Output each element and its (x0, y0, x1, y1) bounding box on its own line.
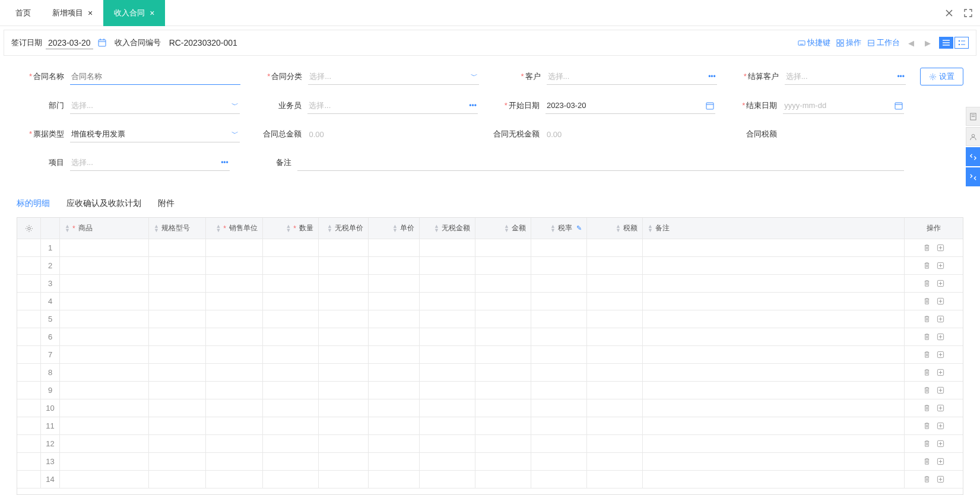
cell-spec[interactable] (149, 257, 206, 274)
cell-product[interactable] (60, 328, 149, 345)
remark-input[interactable] (297, 154, 904, 171)
tab-income-contract[interactable]: 收入合同 × (103, 0, 165, 26)
cell-price[interactable] (369, 275, 420, 292)
th-unit[interactable]: ▲▼*销售单位 (206, 218, 263, 239)
cell-note[interactable] (643, 453, 905, 470)
invoice-type-select[interactable]: 增值税专用发票 ﹀ (70, 126, 240, 142)
th-spec[interactable]: ▲▼规格型号 (149, 218, 206, 239)
cell-notax-amount[interactable] (420, 399, 475, 417)
cell-notax-price[interactable] (319, 257, 369, 274)
cell-rate[interactable] (531, 346, 587, 363)
table-row[interactable]: 9 (17, 382, 963, 399)
cell-unit[interactable] (206, 310, 263, 328)
view-list-button[interactable] (939, 37, 953, 49)
cell-qty[interactable] (263, 239, 319, 256)
th-product[interactable]: ▲▼*商品 (60, 218, 149, 239)
cell-unit[interactable] (206, 399, 263, 417)
salesman-select[interactable]: 选择... ••• (307, 97, 477, 114)
cell-notax-amount[interactable] (420, 346, 475, 363)
delete-row-icon[interactable] (923, 262, 931, 269)
sort-icon[interactable]: ▲▼ (286, 224, 291, 233)
cell-note[interactable] (643, 399, 905, 417)
cell-tax[interactable] (587, 382, 643, 399)
cell-notax-amount[interactable] (420, 328, 475, 345)
cell-notax-price[interactable] (319, 293, 369, 310)
tab-new-project[interactable]: 新增项目 × (42, 0, 103, 26)
cell-rate[interactable] (531, 275, 587, 292)
cell-notax-price[interactable] (319, 471, 369, 488)
cell-product[interactable] (60, 453, 149, 470)
table-row[interactable]: 6 (17, 328, 963, 346)
cell-amount[interactable] (475, 471, 531, 488)
cell-note[interactable] (643, 417, 905, 434)
sort-icon[interactable]: ▲▼ (504, 224, 509, 233)
sort-icon[interactable]: ▲▼ (65, 224, 70, 233)
cell-notax-amount[interactable] (420, 257, 475, 274)
delete-row-icon[interactable] (923, 475, 931, 483)
cell-notax-price[interactable] (319, 364, 369, 381)
th-notax-amount[interactable]: ▲▼无税金额 (420, 218, 475, 239)
cell-amount[interactable] (475, 382, 531, 399)
contract-class-select[interactable]: 选择... ﹀ (308, 68, 478, 85)
cell-product[interactable] (60, 293, 149, 310)
cell-product[interactable] (60, 382, 149, 399)
add-row-icon[interactable] (937, 315, 944, 323)
cell-spec[interactable] (149, 417, 206, 434)
cell-price[interactable] (369, 293, 420, 310)
add-row-icon[interactable] (937, 458, 944, 465)
add-row-icon[interactable] (937, 297, 944, 305)
cell-notax-price[interactable] (319, 310, 369, 328)
end-date-input[interactable]: yyyy-mm-dd (783, 97, 904, 114)
th-notax-price[interactable]: ▲▼无税单价 (319, 218, 369, 239)
settings-button[interactable]: 设置 (920, 68, 963, 85)
add-row-icon[interactable] (937, 280, 944, 287)
cell-price[interactable] (369, 417, 420, 434)
cell-tax[interactable] (587, 328, 643, 345)
cell-rate[interactable] (531, 293, 587, 310)
close-all-icon[interactable] (942, 6, 956, 20)
workbench-link[interactable]: 工作台 (867, 37, 900, 48)
table-row[interactable]: 4 (17, 293, 963, 310)
table-row[interactable]: 10 (17, 399, 963, 417)
cell-amount[interactable] (475, 239, 531, 256)
close-icon[interactable]: × (88, 8, 93, 18)
delete-row-icon[interactable] (923, 440, 931, 448)
inner-tab-attach[interactable]: 附件 (158, 193, 175, 214)
cell-unit[interactable] (206, 239, 263, 256)
cell-note[interactable] (643, 364, 905, 381)
customer-select[interactable]: 选择... ••• (547, 68, 717, 85)
cell-unit[interactable] (206, 417, 263, 434)
cell-product[interactable] (60, 364, 149, 381)
cell-unit[interactable] (206, 293, 263, 310)
cell-amount[interactable] (475, 310, 531, 328)
cell-rate[interactable] (531, 399, 587, 417)
th-note[interactable]: ▲▼备注 (643, 218, 905, 239)
cell-note[interactable] (643, 310, 905, 328)
sort-icon[interactable]: ▲▼ (392, 224, 398, 233)
cell-notax-price[interactable] (319, 399, 369, 417)
cell-rate[interactable] (531, 364, 587, 381)
cell-rate[interactable] (531, 417, 587, 434)
cell-rate[interactable] (531, 471, 587, 488)
cell-tax[interactable] (587, 346, 643, 363)
inner-tab-plan[interactable]: 应收确认及收款计划 (66, 193, 141, 214)
cell-notax-price[interactable] (319, 453, 369, 470)
cell-note[interactable] (643, 328, 905, 345)
cell-qty[interactable] (263, 328, 319, 345)
cell-unit[interactable] (206, 328, 263, 345)
cell-product[interactable] (60, 399, 149, 417)
cell-price[interactable] (369, 346, 420, 363)
cell-spec[interactable] (149, 364, 206, 381)
delete-row-icon[interactable] (923, 333, 931, 341)
cell-amount[interactable] (475, 275, 531, 292)
add-row-icon[interactable] (937, 351, 944, 358)
cell-unit[interactable] (206, 364, 263, 381)
cell-unit[interactable] (206, 346, 263, 363)
cell-spec[interactable] (149, 399, 206, 417)
add-row-icon[interactable] (937, 404, 944, 412)
shortcut-link[interactable]: 快捷键 (798, 37, 830, 48)
cell-amount[interactable] (475, 417, 531, 434)
cell-qty[interactable] (263, 310, 319, 328)
cell-rate[interactable] (531, 328, 587, 345)
cell-notax-amount[interactable] (420, 275, 475, 292)
